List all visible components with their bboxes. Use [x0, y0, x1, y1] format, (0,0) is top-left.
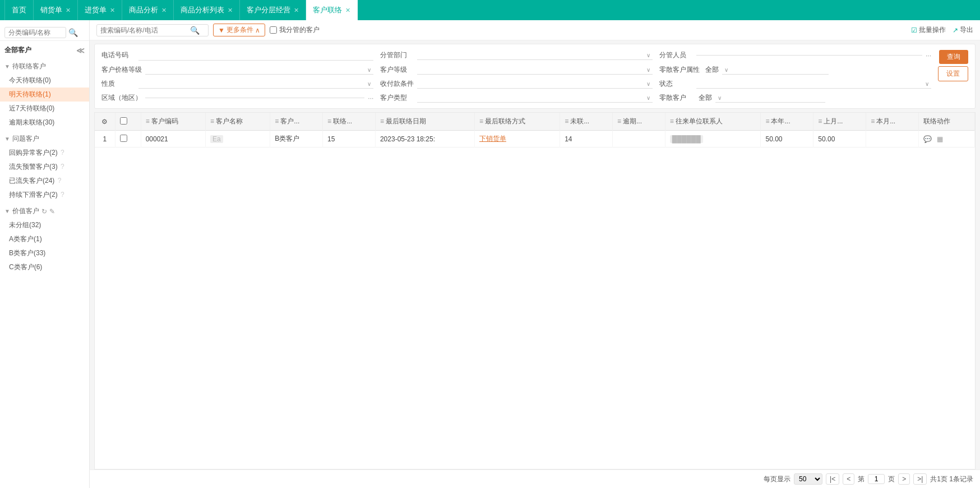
sidebar-item-overdue-pending[interactable]: 逾期未联络(30)	[0, 116, 89, 130]
batch-op-btn[interactable]: ☑ 批量操作	[911, 25, 946, 35]
checkbox-col-header[interactable]	[115, 113, 141, 131]
sidebar-search-input[interactable]	[4, 27, 66, 38]
filter-cell-nature: 性质 ∨	[101, 79, 373, 89]
nav-sales[interactable]: 销货单 ✕	[34, 0, 78, 20]
my-customers-checkbox-label[interactable]: 我分管的客户	[270, 25, 320, 35]
search-input[interactable]	[100, 26, 190, 34]
col-code-icon[interactable]: ≡	[146, 117, 150, 125]
row-code: 000021	[141, 131, 205, 148]
query-button[interactable]: 查询	[939, 50, 968, 64]
help-icon-0[interactable]: ?	[61, 149, 64, 156]
dept-select[interactable]: ∨	[417, 51, 652, 60]
sidebar-section-value[interactable]: 价值客户 ↻ ✎	[0, 204, 89, 218]
sidebar-collapse-icon[interactable]: ≪	[76, 46, 85, 55]
nav-home[interactable]: 首页	[4, 0, 34, 20]
prev-page-btn[interactable]: <	[843, 473, 854, 485]
col-last-method-icon[interactable]: ≡	[479, 117, 483, 125]
action-chat-icon[interactable]: 💬	[923, 135, 932, 143]
col-last-month-icon[interactable]: ≡	[818, 117, 822, 125]
help-icon-2[interactable]: ?	[58, 177, 62, 185]
last-page-btn[interactable]: >|	[913, 473, 927, 485]
sidebar-search-icon[interactable]: 🔍	[68, 28, 78, 37]
my-customers-checkbox[interactable]	[270, 26, 277, 34]
per-page-select[interactable]: 50 20 100	[794, 473, 822, 485]
filter-icon: ▼	[218, 26, 225, 34]
nature-label: 性质	[101, 79, 135, 89]
nav-customer-tier[interactable]: 客户分层经营 ✕	[240, 0, 306, 20]
sidebar-section-pending[interactable]: 待联络客户	[0, 59, 89, 73]
sidebar-item-class-c[interactable]: C类客户(6)	[0, 260, 89, 274]
phone-input[interactable]	[138, 50, 373, 61]
col-name-icon[interactable]: ≡	[210, 117, 214, 125]
retail-customer-arrow-icon: ∨	[718, 95, 722, 101]
dept-arrow-icon: ∨	[646, 52, 650, 58]
sidebar-item-class-b[interactable]: B类客户(33)	[0, 246, 89, 260]
sidebar-item-repurchase-abnormal[interactable]: 回购异常客户(2) ?	[0, 146, 89, 160]
payment-label: 收付款条件	[380, 79, 414, 89]
col-this-year-icon[interactable]: ≡	[765, 117, 769, 125]
refresh-icon[interactable]: ↻	[41, 208, 47, 215]
close-customer-contact-icon[interactable]: ✕	[345, 7, 350, 14]
per-page-label: 每页显示	[764, 475, 791, 484]
row-contact-count: 15	[323, 131, 376, 148]
sidebar-item-class-a[interactable]: A类客户(1)	[0, 232, 89, 246]
status-select[interactable]: ∨	[696, 80, 931, 89]
nature-select[interactable]: ∨	[138, 80, 373, 89]
col-this-month-icon[interactable]: ≡	[871, 117, 875, 125]
nav-goods-analysis[interactable]: 商品分析 ✕	[122, 0, 174, 20]
row-select-checkbox[interactable]	[120, 135, 127, 142]
filter-cell-region: 区域（地区） ···	[101, 93, 373, 103]
nav-goods-analysis-list[interactable]: 商品分析列表 ✕	[174, 0, 240, 20]
col-no-contact: ≡未联...	[560, 113, 613, 131]
edit-icon[interactable]: ✎	[49, 208, 55, 215]
col-type-icon[interactable]: ≡	[275, 117, 279, 125]
next-page-btn[interactable]: >	[898, 473, 910, 485]
sidebar-item-ungrouped[interactable]: 未分组(32)	[0, 218, 89, 232]
sidebar-item-churn-warning[interactable]: 流失预警客户(3) ?	[0, 160, 89, 174]
col-last-date-icon[interactable]: ≡	[380, 117, 384, 125]
nav-purchase[interactable]: 进货单 ✕	[78, 0, 122, 20]
close-customer-tier-icon[interactable]: ✕	[294, 7, 299, 14]
col-unit-contact-icon[interactable]: ≡	[670, 117, 674, 125]
sidebar-all-customers[interactable]: 全部客户 ≪	[0, 43, 89, 57]
sidebar-item-tomorrow-pending[interactable]: 明天待联络(1)	[0, 88, 89, 102]
manager-more-btn[interactable]: ···	[926, 52, 931, 59]
export-btn[interactable]: ↗ 导出	[953, 25, 973, 35]
price-tier-select[interactable]: ∨	[145, 66, 373, 75]
payment-select[interactable]: ∨	[417, 80, 652, 89]
nav-customer-contact[interactable]: 客户联络 ✕	[306, 0, 358, 20]
close-sales-icon[interactable]: ✕	[66, 7, 71, 14]
sidebar-item-today-pending[interactable]: 今天待联络(0)	[0, 73, 89, 88]
col-contact-icon[interactable]: ≡	[327, 117, 331, 125]
sidebar-item-churned[interactable]: 已流失客户(24) ?	[0, 174, 89, 188]
col-no-contact-icon[interactable]: ≡	[565, 117, 568, 125]
customer-tier-select[interactable]: ∨	[417, 66, 652, 75]
toolbar: 🔍 ▼ 更多条件 ∧ 我分管的客户 ☑ 批量操作 ↗ 导出	[90, 20, 980, 40]
checkbox-icon: ☑	[911, 26, 917, 34]
col-overdue-icon[interactable]: ≡	[617, 117, 621, 125]
first-page-btn[interactable]: |<	[826, 473, 839, 485]
sidebar-section-problem[interactable]: 问题客户	[0, 132, 89, 146]
close-goods-analysis-list-icon[interactable]: ✕	[228, 7, 233, 14]
customer-type-select[interactable]: ∨	[417, 94, 652, 103]
sidebar-item-7day-pending[interactable]: 近7天待联络(0)	[0, 102, 89, 116]
action-grid-icon[interactable]: ▦	[937, 135, 943, 143]
settings-col-header[interactable]: ⚙	[95, 113, 115, 131]
filter-more-btn[interactable]: ▼ 更多条件 ∧	[213, 24, 265, 36]
last-method-link[interactable]: 下销货单	[479, 135, 506, 142]
set-button[interactable]: 设置	[938, 66, 968, 81]
region-more-btn[interactable]: ···	[368, 94, 373, 102]
page-input[interactable]	[868, 474, 885, 484]
retail-attr-select[interactable]: ∨	[722, 66, 829, 75]
sidebar-item-declining[interactable]: 持续下滑客户(2) ?	[0, 188, 89, 202]
dept-label: 分管部门	[380, 50, 414, 60]
close-purchase-icon[interactable]: ✕	[110, 7, 115, 14]
search-icon[interactable]: 🔍	[190, 26, 200, 35]
row-unit-contact: ██████	[665, 131, 761, 148]
help-icon-1[interactable]: ?	[61, 163, 64, 171]
help-icon-3[interactable]: ?	[61, 191, 64, 199]
close-goods-analysis-icon[interactable]: ✕	[161, 7, 167, 14]
select-all-checkbox[interactable]	[120, 117, 127, 125]
row-checkbox[interactable]	[115, 131, 141, 148]
retail-customer-select[interactable]: ∨	[715, 94, 826, 103]
